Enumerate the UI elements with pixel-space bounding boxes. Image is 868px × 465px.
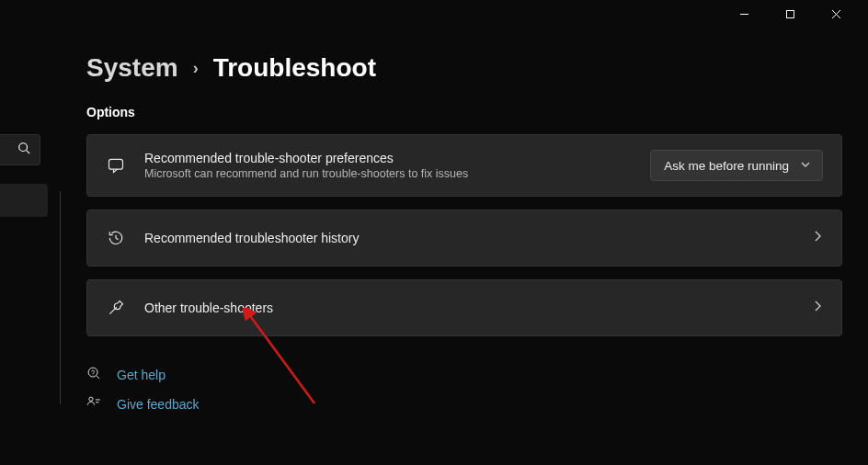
breadcrumb-parent[interactable]: System	[86, 53, 178, 83]
get-help-label: Get help	[117, 368, 166, 382]
search-input[interactable]	[0, 134, 40, 165]
page-title: Troubleshoot	[213, 53, 376, 83]
breadcrumb: System › Troubleshoot	[86, 53, 842, 83]
recommended-title: Recommended trouble-shooter preferences	[144, 151, 632, 165]
chevron-right-icon	[812, 230, 823, 246]
svg-point-5	[89, 397, 93, 401]
get-help-link[interactable]: Get help	[86, 366, 842, 384]
chevron-right-icon: ›	[193, 59, 199, 78]
dropdown-value: Ask me before running	[664, 159, 789, 173]
maximize-button[interactable]	[776, 0, 804, 28]
preference-dropdown[interactable]: Ask me before running	[650, 150, 823, 181]
other-troubleshooters-card[interactable]: Other trouble-shooters	[86, 279, 842, 336]
give-feedback-link[interactable]: Give feedback	[86, 395, 842, 414]
window-controls	[730, 0, 868, 28]
close-button[interactable]	[822, 0, 850, 28]
section-title: Options	[86, 105, 842, 119]
chevron-right-icon	[812, 300, 823, 316]
give-feedback-label: Give feedback	[117, 397, 200, 412]
recommended-desc: Microsoft can recommend and run trouble-…	[144, 167, 632, 180]
chevron-down-icon	[800, 159, 811, 173]
history-card[interactable]: Recommended troubleshooter history	[86, 210, 842, 267]
svg-point-1	[19, 143, 28, 152]
history-icon	[106, 229, 126, 247]
search-icon	[17, 142, 30, 158]
minimize-button[interactable]	[730, 0, 758, 28]
feedback-icon	[86, 395, 102, 414]
help-icon	[86, 366, 102, 384]
wrench-icon	[106, 299, 126, 317]
sidebar-selected-item[interactable]	[0, 184, 48, 217]
svg-rect-2	[109, 159, 123, 169]
svg-rect-0	[786, 10, 794, 17]
history-title: Recommended troubleshooter history	[144, 231, 794, 245]
other-title: Other trouble-shooters	[144, 301, 794, 315]
recommended-preferences-card[interactable]: Recommended trouble-shooter preferences …	[86, 134, 842, 197]
sidebar-divider	[60, 191, 61, 404]
chat-icon	[106, 156, 126, 175]
svg-point-4	[93, 375, 94, 376]
